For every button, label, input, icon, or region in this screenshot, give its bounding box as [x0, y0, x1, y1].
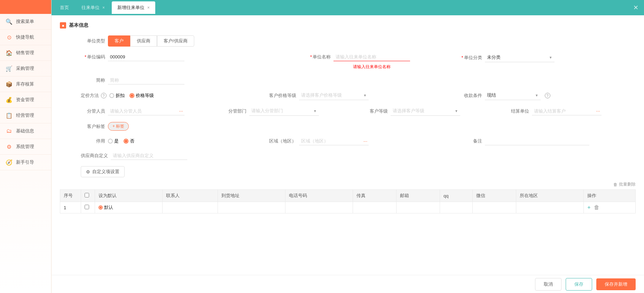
unit-category-select[interactable]: 未分类 ▼: [485, 53, 555, 62]
unit-name-input[interactable]: [333, 53, 410, 61]
section-icon: ■: [60, 22, 66, 29]
settlement-unit-input[interactable]: [532, 107, 595, 115]
save-new-button[interactable]: 保存并新增: [596, 278, 636, 290]
sidebar-item-purchase[interactable]: 🛒 采购管理: [0, 61, 51, 76]
sidebar-item-operation[interactable]: 📋 经营管理: [0, 108, 51, 123]
pricing-help-icon[interactable]: ?: [101, 93, 107, 98]
unit-code-input[interactable]: [108, 53, 184, 61]
tab-new-partner-label: 新增往来单位: [117, 5, 144, 11]
sidebar-logo: [0, 0, 51, 14]
customer-level-select[interactable]: 请选择客户等级 ▼: [391, 106, 460, 116]
finance-icon: 💰: [6, 96, 13, 103]
gear-icon: ⚙: [86, 169, 90, 174]
batch-delete-icon: 🗑: [613, 182, 618, 187]
price-level-arrow-icon: ▼: [363, 93, 367, 97]
table-header: 序号 设为默认 联系人 到货地址 电话号码 传真 邮箱 qq 微信 所在地区 操…: [60, 190, 636, 202]
customer-price-level-select[interactable]: 请选择客户价格等级 ▼: [299, 91, 369, 100]
tab-partner-close[interactable]: ×: [102, 5, 105, 10]
save-button[interactable]: 保存: [566, 278, 592, 291]
remark-label: 备注: [458, 138, 482, 144]
tab-partner[interactable]: 往来单位 ×: [76, 1, 110, 14]
custom-settings-button[interactable]: ⚙ 自定义项设置: [81, 166, 125, 177]
batch-delete-label[interactable]: 批量删除: [619, 181, 636, 187]
row-contact: [162, 202, 218, 213]
payment-terms-select[interactable]: 现结 ▼: [485, 91, 541, 100]
row-fax: [353, 202, 396, 213]
pricing-discount[interactable]: 折扣: [109, 92, 125, 99]
payment-terms-arrow-icon: ▼: [535, 93, 539, 97]
pricing-level[interactable]: 价格等级: [129, 92, 154, 99]
manager-row: 分管人员 ··· 分管部门 请输入分管部门 ▼ 客户等级 请选择客户等级 ▼: [81, 106, 636, 116]
settlement-unit-input-group: ···: [532, 107, 602, 115]
sidebar-item-finance[interactable]: 💰 资金管理: [0, 92, 51, 108]
sidebar-item-sales[interactable]: 🏠 销售管理: [0, 45, 51, 61]
disabled-radio-group: 是 否: [108, 138, 134, 144]
unit-name-field: *单位名称 请输入往来单位名称: [269, 53, 447, 70]
row-delete-btn[interactable]: 🗑: [594, 204, 599, 210]
cancel-button[interactable]: 取消: [535, 278, 561, 291]
select-all-checkbox[interactable]: [85, 193, 89, 197]
payment-terms-help-icon[interactable]: ?: [545, 93, 550, 98]
sidebar-item-inventory[interactable]: 📦 库存核算: [0, 76, 51, 92]
unit-category-label: *单位分类: [458, 55, 482, 61]
discount-radio[interactable]: [109, 93, 114, 98]
short-name-label: 简称: [81, 77, 105, 83]
disabled-no-radio[interactable]: [124, 139, 128, 144]
code-name-row: *单位编码 *单位名称 请输入往来单位名称 *单位分类 未分类 ▼: [81, 53, 636, 70]
sidebar-item-label: 新手引导: [16, 159, 34, 165]
short-name-input[interactable]: [108, 76, 184, 84]
tab-new-partner[interactable]: 新增往来单位 ×: [112, 1, 155, 14]
default-radio-btn[interactable]: [99, 205, 103, 210]
customer-price-level-field: 客户价格等级 请选择客户价格等级 ▼: [269, 91, 447, 100]
manager-input[interactable]: [108, 107, 178, 115]
remark-input[interactable]: [485, 137, 589, 145]
disabled-field: 停用 是 否: [81, 138, 259, 144]
manager-more-btn[interactable]: ···: [178, 108, 184, 114]
col-phone: 电话号码: [285, 190, 353, 202]
row-default-radio[interactable]: 默认: [99, 204, 159, 211]
tab-home[interactable]: 首页: [54, 1, 74, 14]
department-select[interactable]: 请输入分管部门 ▼: [249, 106, 319, 116]
unit-type-supplier[interactable]: 供应商: [130, 35, 157, 47]
price-level-label: 价格等级: [136, 92, 154, 99]
pricing-row: 定价方法 ? 折扣 价格等级: [81, 91, 636, 100]
window-close-button[interactable]: ✕: [630, 4, 641, 11]
tab-home-label: 首页: [60, 5, 69, 11]
disabled-yes-radio[interactable]: [108, 139, 113, 144]
system-icon: ⚙: [6, 143, 13, 150]
sidebar-item-label: 搜索菜单: [16, 18, 34, 25]
sidebar-item-system[interactable]: ⚙ 系统管理: [0, 139, 51, 155]
sidebar-item-quick-nav[interactable]: ⊙ 快捷导航: [0, 30, 51, 45]
sidebar-item-search[interactable]: 🔍 搜索菜单: [0, 14, 51, 30]
tab-new-partner-close[interactable]: ×: [147, 5, 150, 10]
manager-field: 分管人员 ···: [81, 107, 212, 115]
region-more-btn[interactable]: ···: [362, 138, 369, 144]
remark-field: 备注: [458, 137, 636, 145]
add-tag-button[interactable]: + 标签: [108, 122, 129, 131]
disabled-row: 停用 是 否 区域（地区）: [81, 137, 636, 145]
price-level-radio[interactable]: [129, 93, 134, 98]
customer-tag-label: 客户标签: [81, 123, 105, 130]
settlement-unit-label: 结算单位: [505, 108, 529, 114]
disabled-yes[interactable]: 是: [108, 138, 119, 144]
unit-type-field: 单位类型 客户 供应商 客户/供应商: [81, 35, 636, 47]
inventory-icon: 📦: [6, 81, 13, 88]
row-checkbox[interactable]: [85, 205, 89, 209]
tab-bar: 首页 往来单位 × 新增往来单位 × ✕: [52, 0, 644, 15]
sidebar-item-guide[interactable]: 🧭 新手引导: [0, 155, 51, 170]
unit-type-customer[interactable]: 客户: [108, 35, 130, 47]
operation-icon: 📋: [6, 112, 13, 119]
pricing-radio-group: 折扣 价格等级: [109, 92, 154, 99]
unit-type-both[interactable]: 客户/供应商: [157, 35, 194, 47]
supplier-custom-input[interactable]: [111, 152, 187, 160]
row-address: [218, 202, 285, 213]
row-default-cell: 默认: [95, 202, 163, 213]
row-add-btn[interactable]: +: [587, 204, 590, 210]
sidebar-item-basic-info[interactable]: 🗂 基础信息: [0, 123, 51, 139]
settlement-more-btn[interactable]: ···: [595, 108, 602, 114]
region-input[interactable]: [299, 137, 362, 145]
default-radio-label: 默认: [104, 204, 113, 211]
disabled-no[interactable]: 否: [124, 138, 134, 144]
col-seq: 序号: [60, 190, 81, 202]
col-action: 操作: [584, 190, 636, 202]
